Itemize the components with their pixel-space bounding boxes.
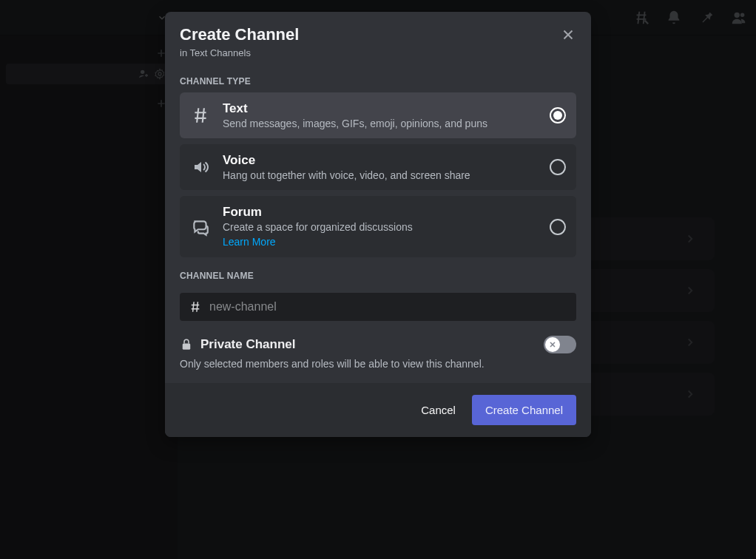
channel-type-title: Voice <box>223 153 538 168</box>
channel-name-label: CHANNEL NAME <box>165 257 591 287</box>
modal-title: Create Channel <box>180 25 576 44</box>
channel-name-input[interactable] <box>209 300 567 314</box>
close-icon <box>560 27 576 43</box>
private-channel-desc: Only selected members and roles will be … <box>165 358 591 383</box>
modal-header: Create Channel in Text Channels <box>165 12 591 63</box>
close-button[interactable] <box>558 25 578 44</box>
lock-icon <box>180 338 193 351</box>
create-channel-button[interactable]: Create Channel <box>472 395 576 425</box>
radio-unselected[interactable] <box>550 219 566 235</box>
private-channel-row: Private Channel <box>165 321 591 358</box>
channel-type-desc: Hang out together with voice, video, and… <box>223 169 538 181</box>
channel-type-desc: Send messages, images, GIFs, emoji, opin… <box>223 118 538 129</box>
channel-type-title: Forum <box>223 205 538 220</box>
channel-type-forum[interactable]: Forum Create a space for organized discu… <box>180 196 576 257</box>
radio-unselected[interactable] <box>550 159 566 175</box>
channel-type-voice[interactable]: Voice Hang out together with voice, vide… <box>180 144 576 190</box>
channel-type-text[interactable]: Text Send messages, images, GIFs, emoji,… <box>180 92 576 138</box>
channel-type-list: Text Send messages, images, GIFs, emoji,… <box>165 92 591 257</box>
create-channel-modal: Create Channel in Text Channels CHANNEL … <box>165 12 591 437</box>
modal-subtitle: in Text Channels <box>180 47 576 58</box>
modal-footer: Cancel Create Channel <box>165 383 591 437</box>
channel-type-title: Text <box>223 101 538 116</box>
hash-icon <box>189 300 202 314</box>
forum-icon <box>191 217 210 237</box>
radio-selected[interactable] <box>550 107 566 123</box>
cancel-button[interactable]: Cancel <box>416 396 460 424</box>
hash-icon <box>191 106 210 125</box>
x-icon <box>548 340 557 349</box>
channel-name-input-wrap[interactable] <box>180 293 576 321</box>
learn-more-link[interactable]: Learn More <box>223 236 276 248</box>
svg-rect-4 <box>183 344 191 350</box>
private-toggle[interactable] <box>544 336 576 353</box>
speaker-icon <box>192 158 209 176</box>
toggle-knob <box>545 337 560 352</box>
modal-overlay[interactable]: Create Channel in Text Channels CHANNEL … <box>0 0 756 559</box>
channel-type-desc: Create a space for organized discussions <box>223 221 538 233</box>
private-channel-title: Private Channel <box>200 337 296 352</box>
channel-type-label: CHANNEL TYPE <box>165 63 591 92</box>
